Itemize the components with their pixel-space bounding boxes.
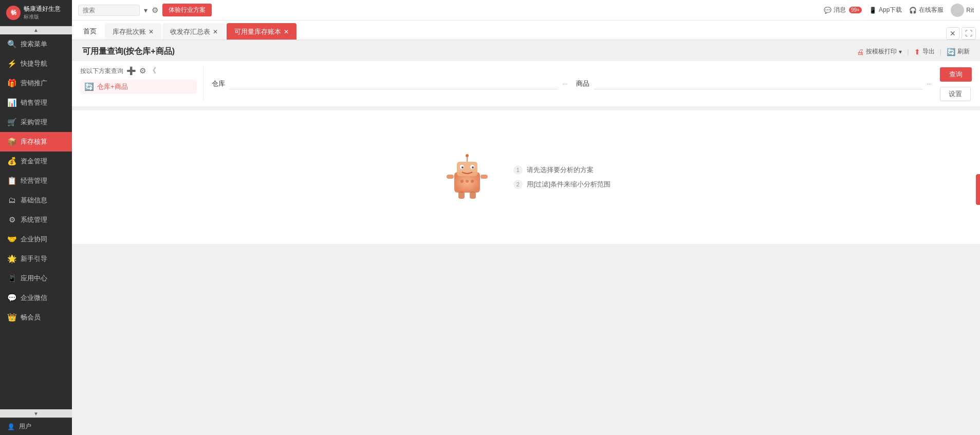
search-input[interactable] [78,5,140,16]
resize-tab-btn[interactable]: ⛶ [961,27,976,40]
robot-svg [441,152,493,203]
app-edition: 标准版 [24,13,61,21]
sidebar-item-sales[interactable]: 📊 销售管理 [0,93,72,112]
tip-2-text: 用[过滤]条件来缩小分析范围 [527,180,611,189]
tab-home[interactable]: 首页 [76,23,104,40]
right-scroll-handle[interactable] [976,174,980,205]
template-print-label: 按模板打印 [866,47,897,56]
notification-label: 消息 [834,6,846,14]
close-tab-btn[interactable]: ✕ [946,27,959,40]
sidebar-item-wechat[interactable]: 💬 企业微信 [0,288,72,308]
tab-close-batch[interactable]: ✕ [149,29,154,35]
filter-buttons: 查询 设置 [940,66,972,101]
tip-2-num: 2 [513,180,523,189]
page-header: 可用量查询(按仓库+商品) 🖨 按模板打印 ▾ | ⬆ 导出 | 🔄 刷新 [72,40,980,61]
print-dropdown-icon[interactable]: ▾ [899,48,902,55]
sidebar-item-system[interactable]: ⚙ 系统管理 [0,210,72,230]
search-icon: 🔍 [7,40,16,49]
sidebar-scroll-down[interactable]: ▼ [0,409,72,418]
sidebar-item-label-marketing: 营销推广 [21,79,47,88]
member-icon: 👑 [7,313,16,322]
settings-btn[interactable]: 设置 [940,87,971,101]
svg-rect-6 [447,175,454,179]
settings-icon[interactable]: ⚙ [152,6,158,15]
shortcut-icon: ⚡ [7,59,16,68]
scheme-item-warehouse-product[interactable]: 🔄 仓库+商品 [80,80,197,94]
tab-batch[interactable]: 库存批次账✕ [105,23,161,40]
sidebar-bottom[interactable]: 👤 用户 [0,418,72,435]
tab-close-summary[interactable]: ✕ [213,29,218,35]
sidebar-item-enterprise[interactable]: 🤝 企业协同 [0,230,72,249]
svg-rect-9 [470,192,476,199]
topbar-right: 💬 消息 99+ 📱 App下载 🎧 在线客服 Rit [824,4,974,17]
sidebar-item-label-enterprise: 企业协同 [21,235,47,244]
marketing-icon: 🎁 [7,79,16,88]
user-avatar [951,4,964,17]
tab-summary[interactable]: 收发存汇总表✕ [162,23,226,40]
product-label: 商品 [576,79,589,88]
svg-point-13 [466,180,469,183]
warehouse-input[interactable] [229,78,558,89]
filter-right: 仓库 ··· 商品 ··· 查询 设置 [204,66,972,101]
sidebar-item-purchase[interactable]: 🛒 采购管理 [0,112,72,132]
sidebar-item-search[interactable]: 🔍 搜索菜单 [0,34,72,54]
tip-1-text: 请先选择要分析的方案 [527,165,594,175]
sidebar-nav: 🔍 搜索菜单 ⚡ 快捷导航 🎁 营销推广 📊 销售管理 🛒 采购管理 📦 库存核… [0,34,72,409]
sidebar-item-label-inventory: 库存核算 [21,137,47,146]
collapse-icon[interactable]: 《 [149,66,156,75]
sidebar-item-newuser[interactable]: 🌟 新手引导 [0,249,72,269]
sidebar-item-basic[interactable]: 🗂 基础信息 [0,191,72,210]
tab-available[interactable]: 可用量库存账本✕ [227,23,297,40]
sidebar-item-label-shortcut: 快捷导航 [21,59,47,68]
sidebar-item-finance[interactable]: 💰 资金管理 [0,152,72,171]
sidebar-item-member[interactable]: 👑 畅会员 [0,308,72,327]
online-service-btn[interactable]: 🎧 在线客服 [909,6,944,14]
main-area: ▾ ⚙ 体验行业方案 💬 消息 99+ 📱 App下载 🎧 在线客服 Rit 首… [72,0,980,435]
warehouse-more-icon[interactable]: ··· [562,80,567,87]
app-name: 畅康通好生意 [24,5,61,13]
sidebar-scroll-up[interactable]: ▲ [0,26,72,34]
sidebar: 畅 畅康通好生意 标准版 ▲ 🔍 搜索菜单 ⚡ 快捷导航 🎁 营销推广 📊 销售… [0,0,72,435]
sidebar-item-label-basic: 基础信息 [21,196,47,205]
product-input[interactable] [594,78,922,89]
edit-scheme-icon[interactable]: ⚙ [139,66,146,75]
template-print-btn[interactable]: 🖨 按模板打印 ▾ [857,47,902,56]
page-content: 可用量查询(按仓库+商品) 🖨 按模板打印 ▾ | ⬆ 导出 | 🔄 刷新 [72,40,980,435]
scheme-icon: 🔄 [84,82,94,91]
phone-icon: 📱 [869,7,877,14]
export-label: 导出 [922,47,935,56]
sidebar-header: 畅 畅康通好生意 标准版 [0,0,72,26]
experience-btn[interactable]: 体验行业方案 [162,4,212,16]
sidebar-item-label-system: 系统管理 [21,215,47,224]
sidebar-item-operation[interactable]: 📋 经营管理 [0,171,72,191]
divider2: | [940,48,941,55]
query-btn[interactable]: 查询 [940,67,972,82]
tab-label-home: 首页 [83,27,97,36]
sidebar-item-label-newuser: 新手引导 [21,254,47,263]
user-area[interactable]: Rit [951,4,974,17]
notification-count: 99+ [849,7,862,13]
sidebar-item-appcenter[interactable]: 📱 应用中心 [0,269,72,288]
sidebar-item-marketing[interactable]: 🎁 营销推广 [0,73,72,93]
finance-icon: 💰 [7,157,16,166]
refresh-btn[interactable]: 🔄 刷新 [947,47,970,56]
svg-point-11 [466,154,469,157]
notification-btn[interactable]: 💬 消息 99+ [824,6,862,14]
product-more-icon[interactable]: ··· [927,80,932,87]
dropdown-icon[interactable]: ▾ [144,6,147,14]
tab-close-available[interactable]: ✕ [284,29,289,35]
filter-panel: 按以下方案查询 ➕ ⚙ 《 🔄 仓库+商品 仓库 [72,61,980,106]
appcenter-icon: 📱 [7,274,16,283]
sidebar-item-shortcut[interactable]: ⚡ 快捷导航 [0,54,72,73]
tip-2: 2 用[过滤]条件来缩小分析范围 [513,180,611,189]
add-scheme-icon[interactable]: ➕ [126,66,136,75]
basic-icon: 🗂 [7,196,16,204]
tab-label-summary: 收发存汇总表 [170,27,210,36]
app-download-btn[interactable]: 📱 App下载 [869,6,902,14]
refresh-icon: 🔄 [947,48,955,56]
sidebar-item-inventory[interactable]: 📦 库存核算 [0,132,72,152]
filter-label: 按以下方案查询 ➕ ⚙ 《 [80,66,197,75]
export-btn[interactable]: ⬆ 导出 [914,47,935,56]
sidebar-item-label-operation: 经营管理 [21,176,47,185]
operation-icon: 📋 [7,176,16,185]
